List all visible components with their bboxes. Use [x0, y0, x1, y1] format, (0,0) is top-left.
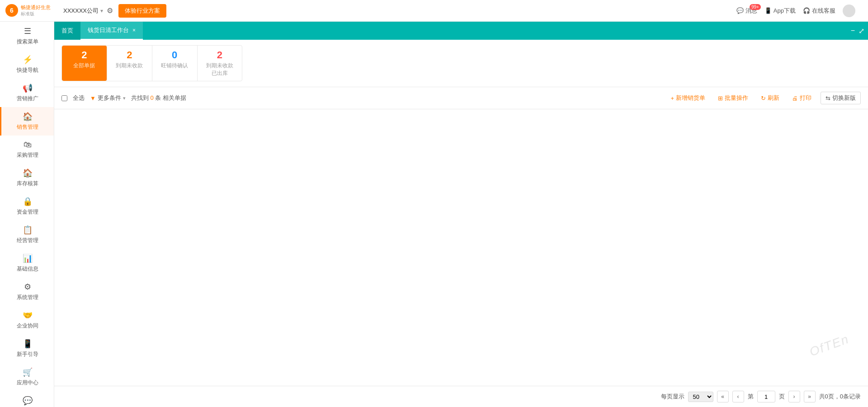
sidebar-item-label: 应用中心 — [17, 379, 38, 387]
stat-num-overdue-out: 2 — [205, 49, 235, 61]
stat-num-overdue: 2 — [114, 49, 145, 61]
trial-button[interactable]: 体验行业方案 — [118, 4, 166, 18]
stat-num-pending: 0 — [160, 49, 190, 61]
tab-active-label: 钱货日清工作台 — [88, 26, 129, 34]
sidebar: ☰ 搜索菜单 ⚡ 快捷导航 📢 营销推广 🏠 销售管理 🛍 采购管理 🏠 库存核… — [0, 22, 54, 407]
batch-operation-btn[interactable]: ⊞ 批量操作 — [714, 92, 752, 104]
quick-nav-icon: ⚡ — [23, 55, 33, 65]
tab-close-icon[interactable]: × — [132, 27, 136, 33]
app-download-btn[interactable]: 📱 App下载 — [764, 7, 796, 15]
purchase-icon: 🛍 — [24, 140, 32, 150]
sidebar-item-purchase[interactable]: 🛍 采购管理 — [0, 136, 54, 164]
last-page-btn[interactable]: » — [804, 391, 816, 402]
system-icon: ⚙ — [24, 282, 31, 292]
sidebar-item-label: 库存核算 — [17, 180, 38, 187]
filter-chevron-icon: ▾ — [123, 95, 126, 101]
guide-icon: 📱 — [23, 339, 33, 349]
tab-home[interactable]: 首页 — [54, 22, 80, 40]
stat-card-overdue[interactable]: 2 到期未收款 — [107, 46, 152, 81]
first-page-btn[interactable]: « — [717, 391, 729, 402]
sidebar-item-quick-nav[interactable]: ⚡ 快捷导航 — [0, 50, 54, 79]
sidebar-item-label: 采购管理 — [17, 151, 38, 159]
sales-icon: 🏠 — [23, 112, 33, 122]
stat-label-pending: 旺铺待确认 — [160, 62, 190, 70]
refresh-icon: ↻ — [761, 95, 766, 102]
header-right: 💬 消息 99+ 📱 App下载 🎧 在线客服 — [736, 5, 863, 17]
sidebar-item-label: 销售管理 — [17, 123, 38, 131]
filter-icon: ▼ — [90, 95, 96, 102]
company-selector[interactable]: XXXXXX公司 ▾ — [63, 7, 103, 15]
stats-bar: 2 全部单据 2 到期未收款 0 旺铺待确认 2 到期未收款 已出库 — [54, 40, 868, 87]
sidebar-item-label: 搜索菜单 — [17, 38, 38, 46]
print-icon: 🖨 — [792, 95, 798, 102]
logo-icon: 6 — [5, 4, 18, 17]
pagination: 每页显示 20 50 100 « ‹ 第 页 › » 共0页，0条记录 — [54, 386, 868, 407]
page-size-select[interactable]: 20 50 100 — [688, 392, 713, 402]
sidebar-item-guide[interactable]: 📱 新手引导 — [0, 334, 54, 363]
page-number-input[interactable] — [757, 391, 775, 402]
found-count: 0 — [151, 94, 154, 101]
top-header: 6 畅捷通好生意 标准版 XXXXXX公司 ▾ ⚙ 体验行业方案 💬 消息 99… — [0, 0, 868, 22]
page-size-label: 每页显示 — [661, 393, 684, 401]
operations-icon: 📋 — [23, 225, 33, 235]
sidebar-item-inventory[interactable]: 🏠 库存核算 — [0, 164, 54, 192]
sidebar-item-marketing[interactable]: 📢 营销推广 — [0, 79, 54, 107]
filter-label: 更多条件 — [98, 94, 121, 102]
avatar[interactable] — [843, 5, 855, 17]
settings-icon[interactable]: ⚙ — [107, 6, 113, 15]
headset-icon: 🎧 — [803, 7, 810, 14]
sidebar-item-app-center[interactable]: 🛒 应用中心 — [0, 363, 54, 391]
toolbar-right: + 新增销货单 ⊞ 批量操作 ↻ 刷新 🖨 打印 ⇆ 切换新版 — [667, 92, 861, 104]
logo-area: 6 畅捷通好生意 标准版 — [5, 4, 60, 17]
found-text: 共找到 0 条 相关单据 — [131, 94, 186, 102]
online-service-btn[interactable]: 🎧 在线客服 — [803, 7, 835, 15]
enterprise-icon: 🤝 — [23, 310, 33, 320]
toolbar: 全选 ▼ 更多条件 ▾ 共找到 0 条 相关单据 + 新增销货单 ⊞ 批量操作 — [54, 87, 868, 109]
plus-icon: + — [670, 95, 674, 102]
tab-maximize-icon[interactable]: ⤢ — [859, 27, 864, 35]
table-area — [54, 109, 868, 386]
empty-placeholder — [54, 109, 868, 386]
stat-card-all[interactable]: 2 全部单据 — [62, 46, 107, 81]
stat-card-pending[interactable]: 0 旺铺待确认 — [152, 46, 198, 81]
refresh-btn[interactable]: ↻ 刷新 — [757, 92, 783, 104]
sidebar-item-finance[interactable]: 🔒 资金管理 — [0, 192, 54, 220]
stat-cards-wrapper: 2 全部单据 2 到期未收款 0 旺铺待确认 2 到期未收款 已出库 — [61, 45, 242, 81]
tab-home-label: 首页 — [61, 27, 73, 35]
message-btn[interactable]: 💬 消息 99+ — [736, 7, 757, 15]
total-text: 共0页，0条记录 — [819, 393, 861, 401]
filter-button[interactable]: ▼ 更多条件 ▾ — [90, 94, 126, 102]
prev-page-btn[interactable]: ‹ — [732, 391, 744, 402]
logo-badge: 标准版 — [21, 11, 51, 17]
sidebar-item-search-menu[interactable]: ☰ 搜索菜单 — [0, 22, 54, 50]
sidebar-item-system[interactable]: ⚙ 系统管理 — [0, 277, 54, 306]
sidebar-item-enterprise[interactable]: 🤝 企业协同 — [0, 306, 54, 334]
sidebar-item-label: 系统管理 — [17, 294, 38, 301]
marketing-icon: 📢 — [23, 83, 33, 93]
basic-info-icon: 📊 — [23, 253, 33, 263]
finance-icon: 🔒 — [23, 196, 33, 206]
stat-label-overdue-out: 到期未收款 已出库 — [205, 62, 235, 77]
logo-name: 畅捷通好生意 — [21, 4, 51, 10]
toolbar-left: 全选 ▼ 更多条件 ▾ 共找到 0 条 相关单据 — [61, 94, 186, 102]
sidebar-item-sales[interactable]: 🏠 销售管理 — [0, 107, 54, 136]
di-label: 第 — [748, 393, 754, 401]
sidebar-item-operations[interactable]: 📋 经营管理 — [0, 220, 54, 249]
tab-active[interactable]: 钱货日清工作台 × — [80, 22, 143, 40]
main-content: 2 全部单据 2 到期未收款 0 旺铺待确认 2 到期未收款 已出库 全选 ▼ — [54, 40, 868, 407]
tab-minimize-icon[interactable]: − — [851, 27, 855, 35]
print-btn[interactable]: 🖨 打印 — [788, 92, 815, 104]
sidebar-item-basic-info[interactable]: 📊 基础信息 — [0, 249, 54, 277]
sidebar-item-wechat[interactable]: 💬 企业微信 — [0, 391, 54, 407]
switch-new-version-btn[interactable]: ⇆ 切换新版 — [821, 92, 861, 104]
new-sale-order-btn[interactable]: + 新增销货单 — [667, 92, 709, 104]
next-page-btn[interactable]: › — [788, 391, 800, 402]
app-download-icon: 📱 — [764, 7, 772, 14]
online-service-label: 在线客服 — [812, 7, 835, 15]
inventory-icon: 🏠 — [23, 168, 33, 178]
wechat-icon: 💬 — [23, 396, 33, 406]
select-all-label: 全选 — [73, 94, 85, 102]
stat-card-overdue-out[interactable]: 2 到期未收款 已出库 — [198, 46, 242, 81]
select-all-checkbox[interactable] — [61, 95, 67, 101]
sidebar-item-label: 新手引导 — [17, 351, 38, 358]
